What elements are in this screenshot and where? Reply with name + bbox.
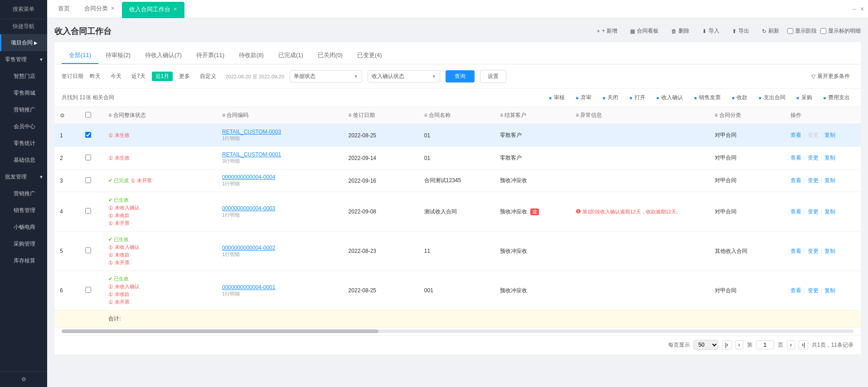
sidebar-item-retail-stats[interactable]: 零售统计 (0, 135, 47, 152)
row-checkbox[interactable] (85, 247, 91, 253)
date-btn-today[interactable]: 今天 (107, 72, 125, 81)
sidebar-search[interactable]: 搜索菜单 (0, 0, 47, 19)
col-header-status[interactable]: ≡ 合同整体状态 (103, 107, 217, 124)
row-checkbox[interactable] (85, 155, 91, 160)
dashboard-button[interactable]: ▦ 合同看板 (626, 25, 663, 37)
row-checkbox[interactable] (85, 208, 91, 214)
sidebar-item-retail-shop[interactable]: 零售商城 (0, 85, 47, 102)
copy-button[interactable]: 复制 (824, 132, 835, 138)
sidebar-item-purchase[interactable]: 采购管理 (0, 236, 47, 252)
change-button[interactable]: 变更 (808, 155, 819, 161)
doc-status-select[interactable]: 单据状态 ▼ (290, 70, 362, 82)
change-button[interactable]: 变更 (808, 248, 819, 254)
sidebar-quicknav[interactable]: 快捷导航 (0, 19, 47, 34)
sidebar-item-wholesale[interactable]: 批发管理 ▼ (0, 169, 47, 185)
close-window-icon[interactable]: ✕ (860, 6, 864, 12)
view-button[interactable]: 查看 (790, 248, 801, 254)
date-btn-custom[interactable]: 自定义 (196, 72, 220, 81)
sidebar-item-xiaochangec[interactable]: 小畅电商 (0, 219, 47, 236)
page-number-input[interactable] (756, 340, 774, 349)
sidebar-item-project[interactable]: 项目合同 ▶ (0, 34, 47, 51)
copy-button[interactable]: 复制 (824, 177, 835, 184)
col-header-settings[interactable]: ⚙ (54, 107, 80, 124)
sidebar-item-inventory[interactable]: 库存核算 (0, 252, 47, 269)
copy-button[interactable]: 复制 (824, 208, 835, 215)
copy-button[interactable]: 复制 (824, 248, 835, 254)
date-btn-more[interactable]: 更多 (175, 72, 194, 81)
sales-invoice-button[interactable]: ● 销售发票 (690, 92, 724, 103)
col-header-customer[interactable]: ≡ 结算客户 (495, 107, 570, 124)
change-button[interactable]: 变更 (808, 208, 819, 215)
export-button[interactable]: ⬆ 导出 (727, 25, 754, 37)
select-all-checkbox[interactable] (85, 112, 91, 118)
change-button[interactable]: 变更 (808, 132, 819, 138)
sidebar-item-retail-mgmt[interactable]: 零售管理 ▼ (0, 51, 47, 68)
col-header-code[interactable]: ≡ 合同编码 (217, 107, 343, 124)
income-confirm-button[interactable]: ● 收入确认 (653, 92, 687, 103)
minimize-icon[interactable]: ─ (852, 6, 856, 12)
show-stages-checkbox[interactable] (787, 28, 793, 34)
sidebar-item-smart-store[interactable]: 智慧门店 (0, 68, 47, 85)
date-btn-7days[interactable]: 近7天 (128, 72, 149, 81)
income-confirm-select[interactable]: 收入确认状态 ▼ (368, 70, 440, 82)
tab-income-workbench[interactable]: 收入合同工作台 ✕ (122, 2, 184, 18)
sidebar-item-base-info[interactable]: 基础信息 (0, 152, 47, 169)
tab-close-contract-cat[interactable]: ✕ (111, 5, 115, 11)
col-header-check[interactable] (80, 107, 103, 124)
row-checkbox-cell[interactable] (80, 232, 103, 271)
filter-tab-pending-review[interactable]: 待审核(2) (98, 48, 138, 64)
show-detail-checkbox[interactable] (820, 28, 826, 34)
contract-code-link[interactable]: 0000000000004-0004 (222, 174, 275, 180)
copy-button[interactable]: 复制 (824, 155, 835, 161)
print-button[interactable]: ● 打开 (626, 92, 649, 103)
sidebar-item-sales-mgmt[interactable]: 销售管理 (0, 202, 47, 219)
sidebar-item-member[interactable]: 会员中心 (0, 118, 47, 135)
review-button[interactable]: ● 审核 (545, 92, 568, 103)
scroll-thumb[interactable] (62, 329, 378, 333)
view-button[interactable]: 查看 (790, 132, 801, 138)
col-header-type[interactable]: ≡ 合同分类 (709, 107, 785, 124)
contract-code-link[interactable]: 0000000000004-0003 (222, 205, 275, 212)
view-button[interactable]: 查看 (790, 287, 801, 294)
tab-close-income-workbench[interactable]: ✕ (173, 6, 177, 12)
tab-contract-cat[interactable]: 合同分类 ✕ (77, 0, 122, 18)
next-page-button[interactable]: › (787, 340, 795, 349)
close-contract-button[interactable]: ● 关闭 (599, 92, 622, 103)
horizontal-scrollbar[interactable] (62, 329, 853, 333)
abandon-button[interactable]: ● 弃审 (572, 92, 595, 103)
col-header-error[interactable]: ≡ 异常信息 (570, 107, 709, 124)
purchase-button[interactable]: ● 采购 (793, 92, 816, 103)
row-checkbox-cell[interactable] (80, 271, 103, 310)
filter-tab-pending-confirm[interactable]: 待收入确认(7) (138, 48, 189, 64)
date-btn-1month[interactable]: 近1月 (152, 72, 173, 81)
col-header-name[interactable]: ≡ 合同名称 (419, 107, 495, 124)
sidebar-item-marketing2[interactable]: 营销推广 (0, 185, 47, 202)
row-checkbox-cell[interactable] (80, 169, 103, 192)
copy-button[interactable]: 复制 (824, 287, 835, 294)
expand-conditions-button[interactable]: ▽ 展开更多条件 (808, 71, 853, 82)
filter-tab-pending-invoice[interactable]: 待开票(11) (189, 48, 232, 64)
row-checkbox[interactable] (85, 287, 91, 293)
collect-button[interactable]: ● 收款 (728, 92, 751, 103)
first-page-button[interactable]: |‹ (722, 340, 732, 349)
row-checkbox-cell[interactable] (80, 124, 103, 147)
page-size-select[interactable]: 20 50 100 (693, 340, 718, 350)
query-button[interactable]: 查询 (446, 70, 475, 82)
sidebar-settings[interactable]: ⚙ (0, 371, 47, 387)
last-page-button[interactable]: ›| (799, 340, 808, 349)
tab-home[interactable]: 首页 (51, 0, 77, 18)
show-stages-checkbox-label[interactable]: 显示阶段 (787, 27, 817, 35)
row-checkbox[interactable] (85, 132, 91, 138)
pay-contract-button[interactable]: ● 支出合同 (755, 92, 789, 103)
delete-button[interactable]: 🗑 删除 (667, 25, 694, 37)
contract-code-link[interactable]: RETAIL_CUSTOM-0003 (222, 129, 281, 135)
row-checkbox[interactable] (85, 177, 91, 183)
filter-tab-closed[interactable]: 已关闭(0) (310, 48, 350, 64)
sidebar-item-marketing[interactable]: 营销推广 (0, 102, 47, 118)
add-button[interactable]: + + 新增 (592, 25, 622, 37)
contract-code-link[interactable]: 0000000000004-0002 (222, 245, 275, 251)
refresh-button[interactable]: ↻ 刷新 (757, 25, 784, 37)
filter-tab-pending-payment[interactable]: 待收款(8) (232, 48, 271, 64)
row-checkbox-cell[interactable] (80, 147, 103, 169)
col-header-date[interactable]: ≡ 签订日期 (343, 107, 419, 124)
